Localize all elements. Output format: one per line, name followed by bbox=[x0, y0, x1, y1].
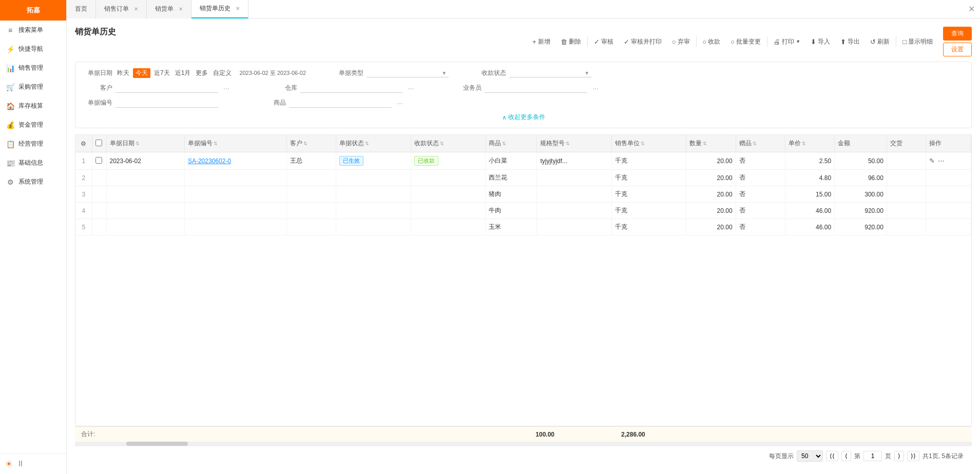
window-close-button[interactable]: ✕ bbox=[968, 4, 975, 14]
goods-input[interactable] bbox=[289, 98, 392, 108]
collect-button[interactable]: ○ 收款 bbox=[699, 35, 725, 48]
doc-type-select[interactable]: ▼ bbox=[367, 69, 449, 77]
show-detail-button[interactable]: □ 显示明细 bbox=[898, 35, 937, 48]
col-gift-header[interactable]: 赠品⇅ bbox=[736, 135, 785, 152]
edit-icon[interactable]: ✎ bbox=[929, 157, 935, 165]
cell-checkbox[interactable] bbox=[92, 170, 106, 186]
sort-docno-icon: ⇅ bbox=[214, 141, 218, 146]
refresh-label: 刷新 bbox=[877, 37, 890, 46]
first-page-button[interactable]: ⟨⟨ bbox=[826, 451, 838, 461]
col-qty-header[interactable]: 数量⇅ bbox=[686, 135, 736, 152]
delete-button[interactable]: 🗑 删除 bbox=[556, 35, 585, 48]
warehouse-more-icon[interactable]: ··· bbox=[408, 84, 414, 92]
col-date-header[interactable]: 单据日期⇅ bbox=[106, 135, 184, 152]
cell-checkbox[interactable] bbox=[92, 219, 106, 235]
footer-total-amount: 2,286.00 bbox=[621, 431, 645, 438]
docno-input[interactable] bbox=[116, 98, 218, 108]
footer-label: 合计: bbox=[81, 430, 95, 439]
cell-customer bbox=[286, 186, 336, 203]
shortcut-1month[interactable]: 近1月 bbox=[174, 68, 193, 78]
audit-print-button[interactable]: ✓ 审核并打印 bbox=[620, 35, 666, 48]
current-page-input[interactable] bbox=[863, 451, 882, 461]
sidebar-item-operations[interactable]: 📋 经营管理 bbox=[0, 134, 66, 153]
warehouse-input[interactable] bbox=[300, 83, 403, 93]
sidebar-item-label: 快捷导航 bbox=[18, 45, 43, 53]
cell-checkbox[interactable] bbox=[92, 186, 106, 203]
col-price-header[interactable]: 单价⇅ bbox=[785, 135, 834, 152]
refresh-button[interactable]: ↺ 刷新 bbox=[866, 35, 894, 48]
staff-more-icon[interactable]: ··· bbox=[592, 84, 599, 92]
docno-link[interactable]: SA-20230602-0 bbox=[188, 157, 231, 165]
next-page-button[interactable]: ⟩ bbox=[894, 451, 904, 461]
customer-input[interactable] bbox=[116, 83, 218, 93]
sidebar-item-basic-info[interactable]: 📰 基础信息 bbox=[0, 153, 66, 172]
cell-date bbox=[106, 186, 184, 203]
new-icon: + bbox=[532, 38, 536, 46]
batch-change-button[interactable]: ○ 批量变更 bbox=[726, 35, 765, 48]
shortcut-custom[interactable]: 自定义 bbox=[212, 68, 233, 78]
tab-sales-history[interactable]: 销货单历史 ✕ bbox=[191, 0, 248, 18]
print-button[interactable]: 🖨 打印 ▼ bbox=[770, 35, 804, 48]
staff-input[interactable] bbox=[485, 83, 587, 93]
last-page-button[interactable]: ⟩⟩ bbox=[907, 451, 919, 461]
col-trade-header: 交货 bbox=[887, 135, 926, 152]
select-all-checkbox[interactable] bbox=[95, 140, 102, 146]
export-icon: ⬆ bbox=[840, 38, 846, 46]
tab-sales-delivery-close[interactable]: ✕ bbox=[179, 6, 183, 12]
shortcut-today[interactable]: 今天 bbox=[133, 68, 150, 78]
col-unit-header[interactable]: 销售单位⇅ bbox=[611, 135, 686, 152]
pay-status-select[interactable]: ▼ bbox=[509, 69, 591, 77]
show-detail-label: 显示明细 bbox=[908, 37, 933, 46]
cell-amount: 920.00 bbox=[835, 219, 887, 235]
more-icon[interactable]: ⋯ bbox=[938, 157, 945, 165]
import-button[interactable]: ⬇ 导入 bbox=[806, 35, 834, 48]
col-goods-header[interactable]: 商品⇅ bbox=[485, 135, 536, 152]
per-page-select[interactable]: 50 100 200 bbox=[797, 450, 823, 462]
footer-total-qty: 100.00 bbox=[535, 431, 554, 438]
col-settings[interactable]: ⚙ bbox=[75, 135, 92, 152]
col-pay-status-header[interactable]: 收款状态⇅ bbox=[411, 135, 485, 152]
row-checkbox[interactable] bbox=[95, 157, 102, 164]
shortcut-more[interactable]: 更多 bbox=[194, 68, 209, 78]
collapse-button[interactable]: ∧ 收起更多条件 bbox=[502, 113, 545, 122]
col-doc-status-header[interactable]: 单据状态⇅ bbox=[336, 135, 411, 152]
sort-gift-icon: ⇅ bbox=[753, 141, 757, 146]
query-button[interactable]: 查询 bbox=[943, 27, 972, 41]
sidebar-item-sales-mgmt[interactable]: 📊 销售管理 bbox=[0, 58, 66, 77]
col-spec-header[interactable]: 规格型号⇅ bbox=[537, 135, 611, 152]
sidebar-bottom-icon2[interactable]: ⏸ bbox=[16, 459, 25, 469]
col-docno-header[interactable]: 单据编号⇅ bbox=[184, 135, 286, 152]
col-customer-header[interactable]: 客户⇅ bbox=[286, 135, 336, 152]
customer-more-icon[interactable]: ··· bbox=[223, 84, 229, 92]
sidebar-item-search-menu[interactable]: ≡ 搜索菜单 bbox=[0, 21, 66, 40]
prev-page-button[interactable]: ⟨ bbox=[841, 451, 851, 461]
goods-more-icon[interactable]: ··· bbox=[397, 99, 403, 107]
cell-checkbox[interactable] bbox=[92, 152, 106, 170]
sort-goods-icon: ⇅ bbox=[502, 141, 506, 146]
tab-sales-order[interactable]: 销售订单 ✕ bbox=[96, 0, 147, 18]
sidebar: 拓嘉 ≡ 搜索菜单 ⚡ 快捷导航 📊 销售管理 🛒 采购管理 🏠 库存核算 💰 … bbox=[0, 0, 67, 474]
sidebar-item-finance[interactable]: 💰 资金管理 bbox=[0, 115, 66, 134]
shortcut-7days[interactable]: 近7天 bbox=[152, 68, 171, 78]
sidebar-item-inventory[interactable]: 🏠 库存核算 bbox=[0, 96, 66, 115]
new-button[interactable]: + 新增 bbox=[528, 35, 554, 48]
cell-amount: 300.00 bbox=[835, 186, 887, 203]
export-button[interactable]: ⬆ 导出 bbox=[836, 35, 864, 48]
tab-sales-order-close[interactable]: ✕ bbox=[134, 6, 138, 12]
sidebar-bottom-icon1[interactable]: ☀ bbox=[5, 459, 12, 469]
audit-button[interactable]: ✓ 审核 bbox=[590, 35, 618, 48]
tab-home[interactable]: 首页 bbox=[67, 0, 96, 18]
sidebar-item-purchase-mgmt[interactable]: 🛒 采购管理 bbox=[0, 77, 66, 96]
tab-sales-delivery[interactable]: 销货单 ✕ bbox=[147, 0, 191, 18]
col-checkbox[interactable] bbox=[92, 135, 106, 152]
scroll-thumb[interactable] bbox=[126, 442, 188, 446]
sidebar-item-quick-nav[interactable]: ⚡ 快捷导航 bbox=[0, 40, 66, 58]
table-header-row: ⚙ 单据日期⇅ 单据编号⇅ 客户⇅ 单据状态⇅ 收款状态⇅ 商品⇅ 规格型号⇅ … bbox=[75, 135, 971, 152]
horizontal-scrollbar[interactable] bbox=[75, 442, 972, 446]
shortcut-yesterday[interactable]: 昨天 bbox=[116, 68, 131, 78]
cell-checkbox[interactable] bbox=[92, 203, 106, 219]
tab-sales-history-close[interactable]: ✕ bbox=[236, 6, 240, 11]
setting-button[interactable]: 设置 bbox=[943, 43, 972, 56]
abandon-button[interactable]: ○ 弃审 bbox=[668, 35, 694, 48]
sidebar-item-system[interactable]: ⚙ 系统管理 bbox=[0, 172, 66, 191]
